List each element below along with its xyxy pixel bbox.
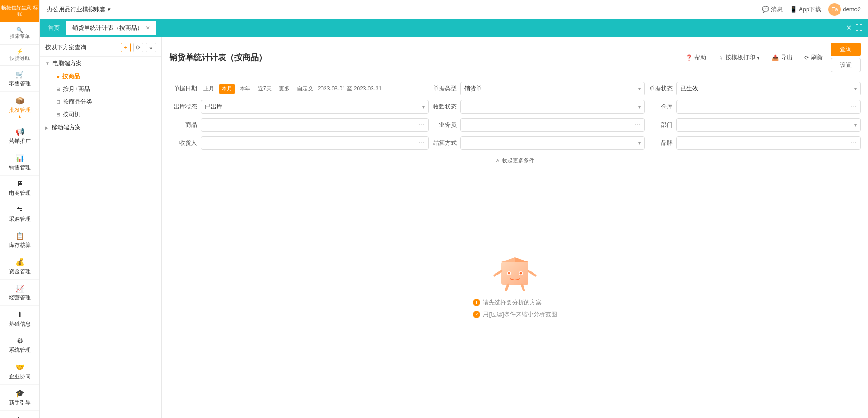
template-print-btn[interactable]: 🖨 按模板打印 ▾ <box>714 52 764 63</box>
help-btn[interactable]: ❓ 帮助 <box>682 52 710 63</box>
salesperson-field: 业务员 ··· <box>429 118 645 132</box>
brand-select[interactable]: ··· <box>676 136 861 150</box>
industry-name: 办公用品行业模拟账套 <box>47 5 106 14</box>
wholesale-label: 批发管理 <box>9 106 31 114</box>
tree-sub-by-category[interactable]: ⊟ 按商品分类 <box>40 95 161 108</box>
date-tag-this-month[interactable]: 本月 <box>219 84 235 94</box>
receiver-select[interactable]: ··· <box>201 136 429 150</box>
tree-sub-by-product[interactable]: ● 按商品 <box>40 70 161 83</box>
sales-icon: 📊 <box>15 154 24 162</box>
date-tag-last-month[interactable]: 上月 <box>201 84 217 94</box>
main-area: 办公用品行业模拟账套 ▾ 💬 消息 📱 App下载 Ea demo2 首页 <box>40 0 868 418</box>
salesperson-select[interactable]: ··· <box>460 118 645 132</box>
sidebar-item-wholesale[interactable]: 📦 批发管理 ▲ <box>0 92 39 123</box>
search-menu-btn[interactable]: 🔍 搜索菜单 <box>10 27 30 40</box>
tab-maximize-btn[interactable]: ⛶ <box>855 24 863 32</box>
header-left: 办公用品行业模拟账套 ▾ <box>47 5 111 14</box>
help-label: 帮助 <box>694 53 706 62</box>
tab-minimize-btn[interactable]: ✕ <box>846 24 852 32</box>
tree-sub-by-driver[interactable]: ⊟ 按司机 <box>40 108 161 121</box>
department-arrow: ▾ <box>854 123 857 128</box>
tab-close-btn[interactable]: ✕ <box>146 25 150 31</box>
warehouse-dots[interactable]: ··· <box>851 103 857 111</box>
svg-line-9 <box>506 285 508 290</box>
sidebar-item-marketing[interactable]: 📢 营销推广 <box>0 123 39 149</box>
tab-bar-actions: ✕ ⛶ <box>846 24 866 32</box>
settings-button[interactable]: 设置 <box>831 58 861 72</box>
refresh-scheme-btn[interactable]: ⟳ <box>133 43 143 52</box>
help-icon: ❓ <box>685 54 693 61</box>
filter-panel-header: 按以下方案查询 + ⟳ « <box>40 37 161 57</box>
header-right: 💬 消息 📱 App下载 Ea demo2 <box>762 3 861 16</box>
quick-nav-icon: ⚡ <box>16 48 23 55</box>
payment-status-label: 收款状态 <box>429 103 460 111</box>
sidebar-item-operation[interactable]: 📈 经营管理 <box>0 280 39 306</box>
warehouse-label: 仓库 <box>645 103 676 111</box>
industry-selector[interactable]: 办公用品行业模拟账套 ▾ <box>47 5 111 14</box>
empty-tips: 1 请先选择要分析的方案 2 用[过滤]条件来缩小分析范围 <box>473 299 557 318</box>
sidebar-item-retail[interactable]: 🛒 零售管理 <box>0 66 39 92</box>
product-dots[interactable]: ··· <box>418 121 424 129</box>
finance-icon: 💰 <box>15 258 24 266</box>
sidebar-item-basic[interactable]: ℹ 基础信息 <box>0 306 39 332</box>
app-download-btn[interactable]: 📱 App下载 <box>790 5 821 14</box>
sidebar-item-appstore[interactable]: 🗂 应用中心 <box>0 411 39 418</box>
department-select[interactable]: ▾ <box>676 118 861 132</box>
collapse-more-btn[interactable]: ∧ 收起更多条件 <box>169 154 861 167</box>
sidebar-item-enterprise[interactable]: 🤝 企业协同 <box>0 358 39 385</box>
sidebar-item-ecommerce[interactable]: 🖥 电商管理 <box>0 176 39 201</box>
add-scheme-btn[interactable]: + <box>121 43 131 52</box>
doc-type-value: 销货单 <box>464 85 637 93</box>
date-label: 单据日期 <box>169 85 201 93</box>
tab-sales-stat[interactable]: 销货单统计计表（按商品） ✕ <box>66 21 156 35</box>
receiver-dots[interactable]: ··· <box>418 139 424 147</box>
sidebar-item-sales[interactable]: 📊 销售管理 <box>0 149 39 176</box>
settlement-arrow: ▾ <box>638 141 641 146</box>
logo-text: 畅捷信好生意 标账 <box>0 5 39 18</box>
date-tag-this-year[interactable]: 本年 <box>237 84 253 94</box>
doc-status-select[interactable]: 已生效 ▾ <box>676 82 861 95</box>
sidebar-item-newbie[interactable]: 🎓 新手引导 <box>0 385 39 411</box>
filter-row-2: 出库状态 已出库 ▾ 收款状态 ▾ 仓库 <box>169 100 861 114</box>
quick-nav-btn[interactable]: ⚡ 快捷导航 <box>0 45 39 66</box>
settlement-select[interactable]: ▾ <box>460 136 645 150</box>
query-button[interactable]: 查询 <box>831 43 861 56</box>
salesperson-dots[interactable]: ··· <box>635 121 641 129</box>
tab-home[interactable]: 首页 <box>42 21 66 35</box>
out-status-label: 出库状态 <box>169 103 201 111</box>
export-btn[interactable]: 📤 导出 <box>768 52 796 63</box>
marketing-icon: 📢 <box>15 128 24 136</box>
tree-sub-by-month-product[interactable]: ⊞ 按月+商品 <box>40 83 161 95</box>
out-status-select[interactable]: 已出库 ▾ <box>201 100 429 114</box>
tree-item-pc[interactable]: ▼ 电脑端方案 <box>40 57 161 70</box>
sidebar-item-inventory[interactable]: 📋 库存核算 <box>0 227 39 253</box>
payment-status-select[interactable]: ▾ <box>460 100 645 114</box>
sidebar-item-finance[interactable]: 💰 资金管理 <box>0 253 39 280</box>
search-icon: 🔍 <box>16 27 23 33</box>
user-info[interactable]: Ea demo2 <box>828 3 861 16</box>
refresh-btn[interactable]: ⟳ 刷新 <box>801 52 826 63</box>
by-product-icon: ● <box>56 73 60 80</box>
refresh-label: 刷新 <box>811 53 823 62</box>
doc-status-value: 已生效 <box>680 85 853 93</box>
avatar: Ea <box>828 3 841 16</box>
tree-arrow-mobile: ▶ <box>45 125 49 130</box>
sidebar-item-purchase[interactable]: 🛍 采购管理 <box>0 201 39 227</box>
user-name: demo2 <box>843 6 861 13</box>
brand-dots[interactable]: ··· <box>851 139 857 147</box>
search-label: 搜索菜单 <box>10 33 30 40</box>
inventory-icon: 📋 <box>15 232 24 240</box>
message-btn[interactable]: 💬 消息 <box>762 5 783 14</box>
date-tag-7days[interactable]: 近7天 <box>255 84 274 94</box>
tree-item-mobile[interactable]: ▶ 移动端方案 <box>40 121 161 134</box>
date-tag-custom[interactable]: 自定义 <box>294 84 316 94</box>
collapse-panel-btn[interactable]: « <box>146 43 156 52</box>
date-tag-more[interactable]: 更多 <box>276 84 292 94</box>
product-select[interactable]: ··· <box>201 118 429 132</box>
by-category-icon: ⊟ <box>56 99 60 105</box>
operation-label: 经营管理 <box>9 294 31 302</box>
warehouse-select[interactable]: ··· <box>676 100 861 114</box>
sidebar-item-system[interactable]: ⚙ 系统管理 <box>0 332 39 358</box>
doc-type-select[interactable]: 销货单 ▾ <box>460 82 645 95</box>
basic-label: 基础信息 <box>9 320 31 328</box>
